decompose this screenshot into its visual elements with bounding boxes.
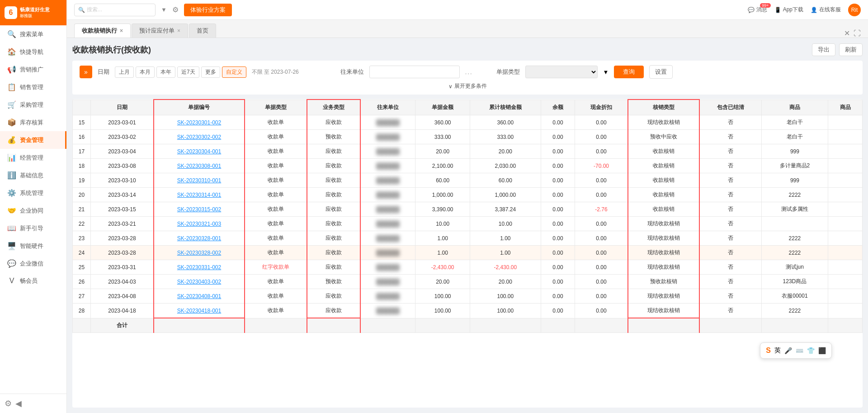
sidebar-item-inventory[interactable]: 📦库存核算 (0, 114, 66, 131)
cell-11-2[interactable]: SK-20230403-002 (154, 275, 245, 289)
cell-0-3: 收款单 (245, 115, 307, 130)
sidebar-item-sales[interactable]: 📋销售管理 (0, 78, 66, 96)
cell-7-2[interactable]: SK-20230321-003 (154, 217, 245, 231)
date-btn-2[interactable]: 本年 (156, 66, 175, 78)
system-icon: ⚙️ (7, 189, 16, 197)
cell-6-5: ██████ (360, 202, 415, 217)
sidebar-item-system[interactable]: ⚙️系统管理 (0, 184, 66, 202)
cell-8-7: 1.00 (470, 231, 541, 246)
cell-11-11: 否 (699, 275, 761, 289)
date-btn-1[interactable]: 本月 (136, 66, 155, 78)
filter-expand-btn[interactable]: » (80, 66, 92, 78)
cell-13-2[interactable]: SK-20230418-001 (154, 304, 245, 318)
sidebar-item-shortcuts[interactable]: 🏠快捷导航 (0, 43, 66, 61)
cell-7-8: 0.00 (541, 217, 575, 231)
tab-close-collection[interactable]: × (120, 28, 123, 34)
shirt-icon: 👕 (807, 347, 815, 354)
cell-8-2[interactable]: SK-20230328-001 (154, 231, 245, 246)
tab-collection[interactable]: 收款核销执行× (74, 24, 131, 38)
cell-1-1: 2023-03-02 (91, 130, 154, 144)
sidebar-item-marketing[interactable]: 📢营销推广 (0, 61, 66, 78)
settings-btn[interactable]: 设置 (649, 65, 673, 79)
cell-6-3: 收款单 (245, 202, 307, 217)
app-download-btn[interactable]: 📱 App下载 (774, 6, 803, 14)
cell-4-6: 60.00 (415, 173, 470, 188)
cell-13-10: 现结收款核销 (628, 304, 699, 318)
dropdown-arrow-icon[interactable]: ▼ (161, 6, 167, 13)
cell-5-2[interactable]: SK-20230314-001 (154, 188, 245, 202)
sidebar-footer: ⚙ ◀ (0, 394, 66, 413)
date-btn-custom[interactable]: 自定义 (222, 66, 246, 78)
cell-10-2[interactable]: SK-20230331-002 (154, 260, 245, 275)
settings-icon[interactable]: ⚙ (5, 399, 12, 408)
voucher-type-select[interactable] (525, 66, 598, 78)
cell-2-7: 20.00 (470, 144, 541, 159)
sidebar-item-operation[interactable]: 📊经营管理 (0, 149, 66, 166)
expand-more-btn[interactable]: ∨ 展开更多条件 (80, 82, 855, 90)
export-btn[interactable]: 导出 (812, 43, 835, 56)
cell-0-5: ██████ (360, 115, 415, 130)
message-btn[interactable]: 💬 消息 99+ (748, 6, 767, 14)
dots-separator: ... (465, 69, 473, 76)
cell-12-7: 100.00 (470, 289, 541, 304)
cell-11-6: 20.00 (415, 275, 470, 289)
cell-3-2[interactable]: SK-20230308-001 (154, 159, 245, 173)
tab-expand-icon[interactable]: ⛶ (854, 29, 861, 38)
date-btn-0[interactable]: 上月 (115, 66, 134, 78)
partner-input[interactable] (369, 66, 460, 78)
topbar-search[interactable]: 🔍 搜索... (74, 4, 156, 16)
sidebar-item-member[interactable]: V畅会员 (0, 272, 66, 290)
tab-close-icon[interactable]: ✕ (844, 29, 850, 38)
watermark-text: 英 (774, 347, 781, 355)
table-row: 252023-03-31SK-20230331-002红字收款单应收款█████… (73, 260, 863, 275)
sidebar-item-basic[interactable]: ℹ️基础信息 (0, 166, 66, 184)
tab-label-home: 首页 (197, 27, 208, 35)
cell-2-4: 应收款 (307, 144, 360, 159)
cell-10-0: 25 (73, 260, 91, 275)
cell-1-2[interactable]: SK-20230302-002 (154, 130, 245, 144)
gear-icon[interactable]: ⚙ (172, 5, 179, 14)
cell-2-10: 收款核销 (628, 144, 699, 159)
cell-6-2[interactable]: SK-20230315-002 (154, 202, 245, 217)
cell-3-13 (828, 159, 863, 173)
logo-text: 畅康道好生意 (20, 6, 50, 13)
user-avatar[interactable]: Rit (848, 4, 861, 16)
tab-home[interactable]: 首页 (189, 24, 216, 38)
cell-9-10: 现结收款核销 (628, 246, 699, 260)
cell-3-0: 18 (73, 159, 91, 173)
cell-12-2[interactable]: SK-20230408-001 (154, 289, 245, 304)
col-header-0 (73, 100, 91, 115)
cell-0-2[interactable]: SK-20230301-002 (154, 115, 245, 130)
table-row: 272023-04-08SK-20230408-001收款单应收款██████1… (73, 289, 863, 304)
cell-13-6: 100.00 (415, 304, 470, 318)
table-row: 172023-03-04SK-20230304-001收款单应收款██████2… (73, 144, 863, 159)
sidebar-item-purchase[interactable]: 🛒采购管理 (0, 96, 66, 114)
cell-1-3: 收款单 (245, 130, 307, 144)
cell-4-11: 否 (699, 173, 761, 188)
date-quick-btns: 上月本月本年近7天更多自定义 (115, 66, 246, 78)
date-btn-3[interactable]: 近7天 (177, 66, 199, 78)
tab-prepay[interactable]: 预计应应付单× (132, 24, 188, 38)
sidebar-item-guide[interactable]: 📖新手引导 (0, 219, 66, 237)
industry-btn[interactable]: 体验行业方案 (184, 4, 232, 16)
sidebar-item-corp[interactable]: 🤝企业协同 (0, 202, 66, 219)
cell-4-2[interactable]: SK-20230310-001 (154, 173, 245, 188)
cell-9-2[interactable]: SK-20230328-002 (154, 246, 245, 260)
date-btn-4[interactable]: 更多 (201, 66, 220, 78)
cell-9-0: 24 (73, 246, 91, 260)
sidebar-item-finance[interactable]: 💰资金管理 (0, 131, 66, 149)
sidebar-item-hardware[interactable]: 🖥️智能硬件 (0, 237, 66, 255)
cell-3-11: 否 (699, 159, 761, 173)
online-service-btn[interactable]: 👤 在线客服 (811, 6, 841, 14)
sidebar-item-wechat[interactable]: 💬企业微信 (0, 255, 66, 272)
cell-2-2[interactable]: SK-20230304-001 (154, 144, 245, 159)
query-btn[interactable]: 查询 (614, 66, 644, 78)
cell-1-12: 老白干 (761, 130, 828, 144)
sidebar-item-search[interactable]: 🔍搜索菜单 (0, 25, 66, 43)
cell-11-10: 预收款核销 (628, 275, 699, 289)
refresh-btn[interactable]: 刷新 (839, 43, 863, 56)
collapse-icon[interactable]: ◀ (15, 399, 22, 408)
total-cell-9 (575, 318, 628, 332)
tab-close-prepay[interactable]: × (177, 28, 180, 34)
data-table: 日期单据编号单据类型业务类型往来单位单据金额累计核销金额余额现金折扣核销类型包含… (72, 99, 863, 333)
